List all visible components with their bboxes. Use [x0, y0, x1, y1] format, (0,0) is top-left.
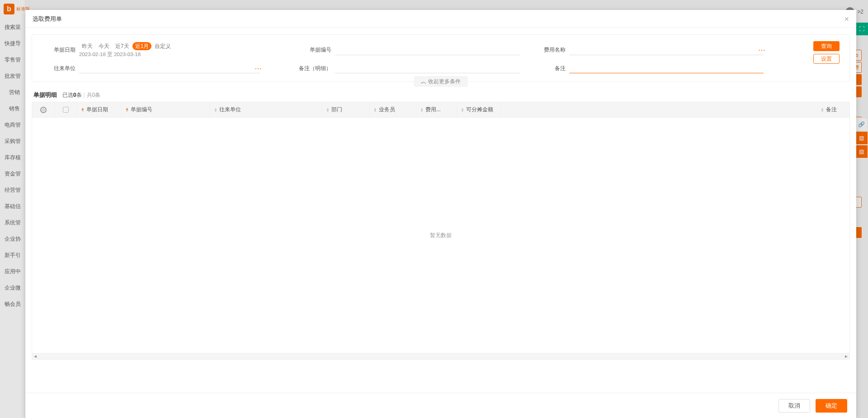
filter-panel: 单据日期 昨天 今天 近7天 近1月 自定义 2023-02-18 至 2023…	[32, 34, 850, 82]
date-preset-tags: 昨天 今天 近7天 近1月 自定义	[79, 42, 174, 50]
filter-buttons: 查询 设置	[813, 41, 840, 64]
filter-feename: 费用名称 ⋯	[532, 42, 765, 58]
date-tag[interactable]: 今天	[96, 42, 112, 50]
selected-count: 已选0条	[62, 91, 82, 99]
divider: |	[84, 92, 85, 98]
col-code[interactable]: ▲▼单据编号	[122, 102, 210, 117]
label: 往来单位	[42, 65, 79, 72]
filter-date: 单据日期 昨天 今天 近7天 近1月 自定义 2023-02-18 至 2023…	[42, 42, 286, 58]
modal-header: 选取费用单 ×	[25, 10, 856, 28]
label: 单据日期	[42, 46, 79, 54]
modal-footer: 取消 确定	[25, 393, 856, 418]
date-range-text: 2023-02-18 至 2023-03-18	[79, 51, 174, 58]
checkbox[interactable]	[63, 107, 69, 113]
chevron-up-icon: ︽	[421, 78, 426, 86]
col-date[interactable]: ▲▼单据日期	[77, 102, 122, 117]
date-tag[interactable]: 昨天	[79, 42, 95, 50]
select-fee-modal: 选取费用单 × 单据日期 昨天 今天 近7天 近1月 自定义 2023-02-	[25, 10, 856, 418]
scroll-left-icon[interactable]: ◄	[32, 354, 38, 359]
table-header: ▲▼单据日期 ▲▼单据编号 ▲▼往来单位 ▲▼部门 ▲▼业务员 ▲▼费用... …	[32, 102, 849, 118]
empty-placeholder: 暂无数据	[32, 118, 849, 353]
cancel-button[interactable]: 取消	[778, 399, 810, 413]
code-input[interactable]	[335, 45, 520, 55]
col-remark[interactable]: ▲▼备注	[501, 102, 849, 117]
col-amount[interactable]: ▲▼可分摊金额	[457, 102, 501, 117]
more-icon[interactable]: ⋯	[756, 46, 765, 54]
date-tag-active[interactable]: 近1月	[132, 42, 152, 50]
col-unit[interactable]: ▲▼往来单位	[210, 102, 322, 117]
filter-remark: 备注	[532, 63, 764, 73]
checkbox-column[interactable]	[55, 102, 77, 117]
ok-button[interactable]: 确定	[816, 399, 847, 413]
label: 费用名称	[532, 46, 569, 54]
date-tag[interactable]: 近7天	[113, 42, 132, 50]
modal-title: 选取费用单	[33, 15, 62, 23]
col-fee[interactable]: ▲▼费用...	[416, 102, 457, 117]
filter-unit: 往来单位 ⋯	[42, 63, 286, 73]
label: 单据编号	[298, 46, 335, 54]
feename-input[interactable]	[569, 45, 764, 55]
date-tag[interactable]: 自定义	[152, 42, 174, 50]
result-table: ▲▼单据日期 ▲▼单据编号 ▲▼往来单位 ▲▼部门 ▲▼业务员 ▲▼费用... …	[32, 102, 850, 360]
horizontal-scrollbar[interactable]: ◄ ►	[32, 353, 849, 359]
tab-bar: 单据明细 已选0条 | 共0条	[33, 91, 848, 99]
close-icon[interactable]: ×	[844, 15, 849, 23]
tab-detail[interactable]: 单据明细	[33, 91, 57, 99]
remark-input[interactable]	[569, 63, 764, 73]
col-clerk[interactable]: ▲▼业务员	[370, 102, 416, 117]
filter-remark-detail: 备注（明细）	[298, 63, 520, 73]
collapse-button[interactable]: ︽ 收起更多条件	[414, 76, 467, 87]
query-button[interactable]: 查询	[813, 41, 840, 51]
label: 备注（明细）	[298, 65, 335, 72]
modal-body: 单据日期 昨天 今天 近7天 近1月 自定义 2023-02-18 至 2023…	[25, 28, 856, 393]
col-dept[interactable]: ▲▼部门	[322, 102, 370, 117]
filter-code: 单据编号	[298, 42, 520, 58]
collapse-label: 收起更多条件	[428, 78, 461, 86]
gear-column[interactable]	[32, 102, 55, 117]
label: 备注	[532, 65, 569, 72]
unit-input[interactable]	[79, 63, 260, 73]
more-icon[interactable]: ⋯	[253, 64, 262, 73]
settings-button[interactable]: 设置	[813, 54, 840, 64]
remark-detail-input[interactable]	[335, 63, 520, 73]
total-count: 共0条	[87, 91, 101, 99]
gear-icon	[40, 107, 47, 113]
scroll-right-icon[interactable]: ►	[843, 354, 849, 359]
